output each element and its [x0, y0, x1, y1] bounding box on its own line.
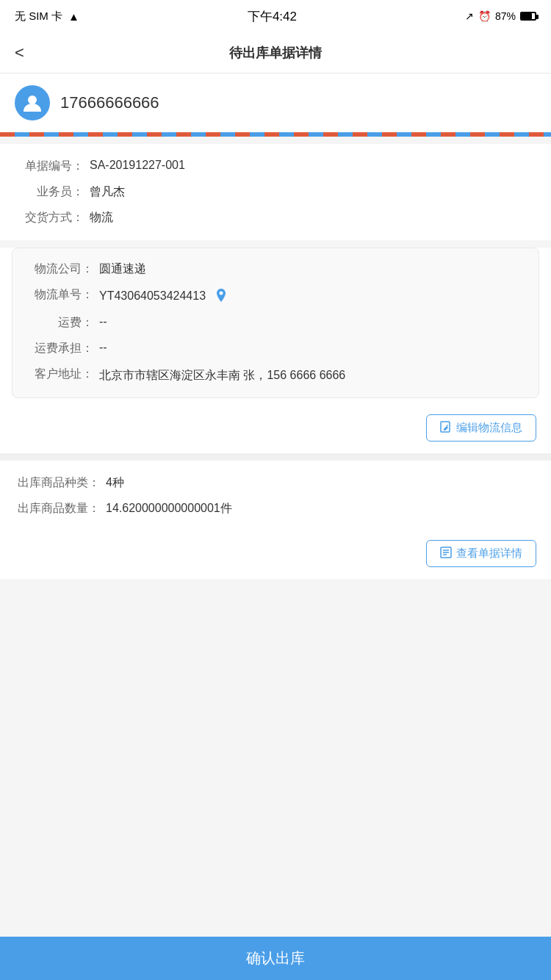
alarm-icon: ⏰ — [478, 10, 491, 22]
status-time: 下午4:42 — [248, 8, 297, 25]
logistics-wrapper: 物流公司： 圆通速递 物流单号： YT43064053424413 运费： -- — [0, 248, 551, 453]
page-title: 待出库单据详情 — [229, 44, 322, 62]
confirm-outbound-button[interactable]: 确认出库 — [0, 948, 551, 968]
address-value: 北京市市辖区海淀区永丰南 张，156 6666 6666 — [99, 367, 524, 384]
status-right: ↗ ⏰ 87% — [465, 10, 536, 22]
outbound-quantity-label: 出库商品数量： — [18, 501, 100, 516]
sales-person-row: 业务员： 曾凡杰 — [18, 184, 533, 200]
edit-logistics-wrapper: 编辑物流信息 — [0, 406, 551, 453]
view-details-label: 查看单据详情 — [456, 547, 522, 561]
wifi-icon: ▲ — [68, 10, 79, 23]
carrier-text: 无 SIM 卡 — [15, 10, 62, 24]
sales-person-label: 业务员： — [18, 184, 84, 200]
outbound-quantity-value: 14.620000000000001件 — [106, 501, 533, 516]
details-icon — [440, 547, 452, 561]
location-icon[interactable] — [213, 287, 231, 305]
order-info-section: 单据编号： SA-20191227-001 业务员： 曾凡杰 交货方式： 物流 — [0, 144, 551, 240]
avatar — [15, 85, 50, 120]
order-no-row: 单据编号： SA-20191227-001 — [18, 159, 533, 174]
battery-icon — [520, 12, 536, 21]
outbound-quantity-row: 出库商品数量： 14.620000000000001件 — [18, 501, 533, 516]
tracking-no-row: 物流单号： YT43064053424413 — [27, 287, 524, 305]
edit-logistics-label: 编辑物流信息 — [456, 421, 522, 435]
edit-icon — [440, 421, 452, 435]
outbound-type-row: 出库商品种类： 4种 — [18, 475, 533, 491]
address-label: 客户地址： — [27, 367, 93, 382]
freight-bear-row: 运费承担： -- — [27, 341, 524, 356]
back-button[interactable]: < — [9, 37, 30, 68]
status-left: 无 SIM 卡 ▲ — [15, 10, 79, 24]
sales-person-value: 曾凡杰 — [90, 184, 533, 200]
order-no-label: 单据编号： — [18, 159, 84, 174]
outbound-type-label: 出库商品种类： — [18, 475, 100, 491]
view-details-button[interactable]: 查看单据详情 — [426, 540, 536, 567]
address-row: 客户地址： 北京市市辖区海淀区永丰南 张，156 6666 6666 — [27, 367, 524, 384]
freight-row: 运费： -- — [27, 315, 524, 331]
logistics-card: 物流公司： 圆通速递 物流单号： YT43064053424413 运费： -- — [12, 248, 539, 398]
delivery-method-label: 交货方式： — [18, 210, 84, 226]
order-no-value: SA-20191227-001 — [90, 159, 533, 172]
delivery-method-value: 物流 — [90, 210, 533, 226]
delivery-method-row: 交货方式： 物流 — [18, 210, 533, 226]
svg-point-0 — [28, 96, 37, 104]
customer-header: 17666666666 — [0, 73, 551, 132]
status-bar: 无 SIM 卡 ▲ 下午4:42 ↗ ⏰ 87% — [0, 0, 551, 32]
content-spacer — [0, 579, 551, 726]
tracking-no-value: YT43064053424413 — [99, 287, 524, 305]
nav-bar: < 待出库单据详情 — [0, 32, 551, 73]
tracking-number-text: YT43064053424413 — [99, 289, 206, 303]
logistics-company-row: 物流公司： 圆通速递 — [27, 262, 524, 277]
confirm-button-wrapper[interactable]: 确认出库 — [0, 937, 551, 980]
view-details-wrapper: 查看单据详情 — [0, 531, 551, 579]
dashed-divider — [0, 132, 551, 137]
freight-bear-label: 运费承担： — [27, 341, 93, 356]
outbound-section: 出库商品种类： 4种 出库商品数量： 14.620000000000001件 — [0, 461, 551, 531]
battery-text: 87% — [495, 10, 516, 22]
edit-logistics-button[interactable]: 编辑物流信息 — [426, 414, 536, 442]
logistics-company-label: 物流公司： — [27, 262, 93, 277]
location-icon: ↗ — [465, 10, 474, 22]
outbound-type-value: 4种 — [106, 475, 533, 491]
freight-bear-value: -- — [99, 341, 524, 354]
freight-value: -- — [99, 315, 524, 328]
customer-phone: 17666666666 — [60, 93, 159, 112]
tracking-no-label: 物流单号： — [27, 287, 93, 303]
section-divider-1 — [0, 453, 551, 461]
freight-label: 运费： — [27, 315, 93, 331]
logistics-company-value: 圆通速递 — [99, 262, 524, 277]
